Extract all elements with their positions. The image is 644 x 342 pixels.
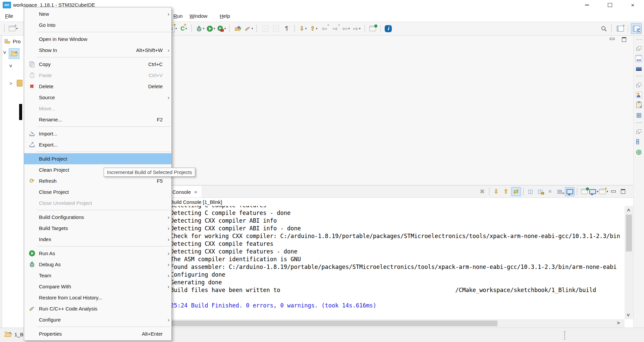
minimize-view-button[interactable] (609, 187, 618, 196)
search-button[interactable] (599, 23, 609, 34)
scroll-lock-button[interactable]: ◫ (526, 187, 535, 196)
menu-item-new[interactable]: New› (24, 8, 171, 19)
pin-console-button[interactable] (565, 187, 575, 196)
target-view-button[interactable]: ◎ (635, 148, 643, 155)
next-edit-button[interactable]: ⇩▾ (298, 23, 308, 34)
close-button[interactable]: × (621, 0, 644, 10)
build-analyzer-button[interactable] (635, 65, 643, 72)
open-console-button[interactable]: ✦▾ (599, 187, 608, 196)
menu-item-properties[interactable]: PropertiesAlt+Enter (24, 328, 171, 339)
word-wrap-button[interactable]: ≡ (545, 187, 554, 196)
generate-code-button[interactable]: C✦▾ (179, 23, 189, 34)
dropdown-caret-icon[interactable]: ▾ (305, 27, 307, 30)
dropdown-caret-icon[interactable]: ▾ (224, 27, 226, 30)
restore-views-button[interactable] (635, 45, 643, 52)
cpp-perspective-button[interactable]: C (631, 23, 642, 34)
menu-help[interactable]: Help (219, 10, 231, 21)
debug-button[interactable]: ▾ (195, 23, 205, 34)
restore-views-button[interactable] (635, 81, 643, 89)
terminate-button[interactable]: ✖ (478, 187, 487, 196)
dropdown-caret-icon[interactable]: ▾ (175, 27, 177, 30)
console-output[interactable]: Detecting C compile featuresDetecting C … (168, 206, 625, 319)
drag-handle-icon[interactable] (636, 122, 642, 124)
menu-item-build-project[interactable]: Build Project (24, 153, 171, 164)
vertical-scrollbar[interactable]: > > (625, 206, 633, 319)
scroll-lock-locked-button[interactable]: ◫ (536, 187, 545, 196)
display-console-button[interactable]: ▾ (589, 187, 598, 196)
menu-item-source[interactable]: Source› (24, 92, 171, 103)
stack-analyzer-button[interactable] (635, 91, 643, 99)
drag-handle-icon[interactable] (191, 25, 193, 32)
menu-item-compare-with[interactable]: Compare With› (24, 281, 171, 292)
menu-item-delete[interactable]: ✖DeleteDelete (24, 81, 171, 92)
open-element-button[interactable] (233, 23, 243, 34)
menu-item-team[interactable]: Team› (24, 270, 171, 281)
menu-item-restore-from-local-history[interactable]: Restore from Local History... (24, 292, 171, 303)
scrollbar-thumb[interactable] (626, 215, 632, 251)
menu-item-open-in-new-window[interactable]: Open in New Window (24, 34, 171, 45)
drag-handle-icon[interactable] (636, 76, 642, 77)
expand-chevron-icon[interactable]: > (8, 64, 14, 67)
scrollbar-thumb[interactable] (168, 321, 497, 326)
scroll-up-icon[interactable]: > (626, 209, 631, 212)
next-annotation-button[interactable]: ↓ (260, 23, 270, 34)
menu-item-go-into[interactable]: Go Into (24, 19, 171, 31)
restore-views-button[interactable] (635, 128, 643, 135)
tasks-view-button[interactable] (635, 101, 643, 109)
dropdown-caret-icon[interactable]: ▾ (597, 190, 598, 193)
properties-view-button[interactable]: ▦ (635, 111, 643, 119)
menu-item-rename[interactable]: Rename...F2 (24, 114, 171, 125)
drag-handle-icon[interactable] (256, 25, 258, 32)
dropdown-caret-icon[interactable]: ▾ (185, 27, 187, 30)
run-external-button[interactable]: ▾ (217, 23, 227, 34)
new-wizard-button[interactable]: ✦▾ (8, 23, 18, 34)
menu-item-build-configurations[interactable]: Build Configurations› (24, 212, 171, 223)
menu-item-run-as[interactable]: Run As› (24, 248, 171, 259)
menu-item-close-unrelated-project[interactable]: Close Unrelated Project (24, 197, 171, 209)
maximize-view-button[interactable] (622, 37, 626, 42)
drag-handle-icon[interactable] (4, 25, 6, 32)
previous-console-button[interactable]: ⇧ (501, 187, 511, 196)
scroll-right-icon[interactable]: > (617, 320, 620, 326)
maximize-button[interactable] (598, 0, 621, 10)
dropdown-caret-icon[interactable]: ▾ (203, 27, 205, 30)
drag-handle-icon[interactable] (636, 39, 642, 41)
run-button[interactable]: ▾ (206, 23, 216, 34)
pin-editor-button[interactable] (368, 23, 378, 34)
next-console-button[interactable]: ⇩ (492, 187, 501, 196)
switch-console-button[interactable]: ⇄ (511, 187, 521, 196)
show-whitespace-button[interactable]: ¶ (282, 23, 292, 34)
info-button[interactable]: i (383, 23, 393, 34)
menu-item-build-targets[interactable]: Build Targets› (24, 223, 171, 234)
selected-project-item[interactable]: c (9, 48, 19, 59)
minimize-button[interactable] (576, 0, 598, 10)
dropdown-caret-icon[interactable]: ▾ (316, 27, 318, 30)
dropdown-caret-icon[interactable]: ▾ (348, 27, 350, 30)
menu-item-copy[interactable]: CopyCtrl+C (24, 59, 171, 70)
open-perspective-button[interactable]: ✦ (615, 23, 625, 34)
menu-item-debug-as[interactable]: Debug As› (24, 259, 171, 270)
previous-annotation-button[interactable]: ↑ (271, 23, 281, 34)
menu-item-run-c-c-code-analysis[interactable]: Run C/C++ Code Analysis (24, 303, 171, 314)
previous-edit-button[interactable]: ⇧▾ (309, 23, 319, 34)
menu-item-close-project[interactable]: Close Project (24, 186, 171, 197)
menu-item-move[interactable]: Move... (24, 103, 171, 114)
memory-view-button[interactable]: 010 (635, 55, 643, 62)
menu-run[interactable]: Run (172, 10, 184, 21)
clear-console-button[interactable]: ▤× (555, 187, 564, 196)
console-tab[interactable]: Console × (168, 186, 202, 197)
menu-item-export[interactable]: Export... (24, 139, 171, 150)
statusbar-handle[interactable] (564, 331, 566, 340)
menu-item-index[interactable]: Index› (24, 234, 171, 245)
project-explorer-tab[interactable]: Pro (4, 38, 20, 45)
dropdown-caret-icon[interactable]: ▾ (252, 27, 253, 30)
forward-star-button[interactable]: ⇨✶ (330, 23, 340, 34)
menu-window[interactable]: Window (189, 10, 208, 21)
expand-chevron-icon[interactable]: > (2, 51, 8, 54)
menu-item-show-in[interactable]: Show InAlt+Shift+W› (24, 45, 171, 56)
close-icon[interactable]: × (194, 189, 197, 195)
back-star-button[interactable]: ⇦✶ (320, 23, 330, 34)
menu-file[interactable]: File (4, 10, 14, 21)
pin-button[interactable] (580, 187, 589, 196)
menu-item-refresh[interactable]: ⟳RefreshF5 (24, 175, 171, 186)
